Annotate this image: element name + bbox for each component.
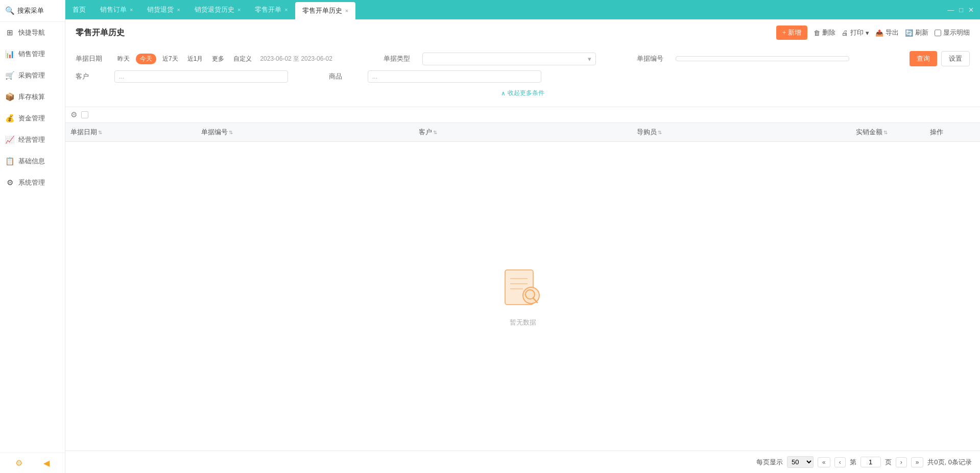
refresh-icon: 🔄 [905, 29, 913, 37]
export-button[interactable]: 📤 导出 [875, 28, 899, 37]
query-button[interactable]: 查询 [910, 51, 937, 66]
tab-retail-open[interactable]: 零售开单× [248, 0, 295, 19]
sidebar-icon-basic: 📋 [5, 157, 14, 166]
goods-dots: ... [372, 73, 377, 80]
date-today[interactable]: 今天 [136, 54, 156, 64]
last-page-btn[interactable]: » [911, 457, 924, 467]
col-header-amount[interactable]: 实销金额⇅ [762, 123, 893, 142]
sidebar-label-system: 系统管理 [18, 178, 45, 187]
order-type-dropdown-icon: ▾ [588, 55, 591, 63]
sort-client-icon: ⇅ [433, 130, 437, 135]
col-header-client[interactable]: 客户⇅ [414, 123, 631, 142]
tab-bar: 首页销售订单×销货退货×销货退货历史×零售开单×零售开单历史× — □ ✕ [65, 0, 980, 19]
print-button[interactable]: 🖨 打印 ▾ [842, 28, 869, 37]
select-all-checkbox[interactable] [81, 111, 88, 118]
tab-label-home: 首页 [73, 5, 86, 14]
collapse-sidebar-icon[interactable]: ◀ [43, 458, 50, 468]
goods-input[interactable]: ... [368, 70, 541, 83]
tab-sales-return[interactable]: 销货退货× [140, 0, 187, 19]
add-button[interactable]: + 新增 [776, 26, 807, 40]
sidebar-label-sales: 销售管理 [18, 49, 45, 59]
sort-guide-icon: ⇅ [658, 130, 662, 135]
date-yesterday[interactable]: 昨天 [114, 54, 133, 64]
sidebar-icon-operations: 📈 [5, 135, 14, 144]
tab-home[interactable]: 首页 [65, 0, 93, 19]
window-controls: — □ ✕ [947, 6, 980, 14]
date-1month[interactable]: 近1月 [184, 54, 206, 64]
filter-row-1: 单据日期 昨天 今天 近7天 近1月 更多 自定义 2023-06-02 至 2… [76, 51, 970, 66]
content-area: 零售开单历史 + 新增 🗑 删除 🖨 打印 ▾ 📤 导出 [65, 19, 980, 473]
window-min-btn[interactable]: — [947, 6, 954, 14]
refresh-button[interactable]: 🔄 刷新 [905, 28, 928, 37]
col-header-action: 操作 [893, 123, 980, 142]
per-page-select[interactable]: 50 10 20 100 [787, 456, 814, 468]
settings-bottom-icon[interactable]: ⚙ [15, 458, 22, 468]
client-filter-label: 客户 [76, 72, 104, 81]
client-input[interactable]: ... [114, 70, 288, 83]
sidebar-icon-inventory: 📦 [5, 92, 14, 102]
sidebar-item-operations[interactable]: 📈经营管理 [0, 129, 65, 151]
tab-close-sales-return[interactable]: × [177, 7, 180, 13]
tab-sales-return-history[interactable]: 销货退货历史× [187, 0, 248, 19]
col-header-date[interactable]: 单据日期⇅ [65, 123, 196, 142]
display-cols-checkbox[interactable] [935, 30, 941, 36]
order-no-label: 单据编号 [637, 54, 665, 63]
pagination: 每页显示 50 10 20 100 « ‹ 第 页 › » 共0页, 0条记录 [65, 451, 980, 473]
prev-page-btn[interactable]: ‹ [834, 457, 846, 467]
main-area: 首页销售订单×销货退货×销货退货历史×零售开单×零售开单历史× — □ ✕ 零售… [65, 0, 980, 473]
sidebar-label-finance: 资金管理 [18, 114, 45, 123]
display-cols-toggle[interactable]: 显示明细 [935, 28, 970, 37]
sidebar-label-inventory: 库存核算 [18, 92, 45, 102]
table-container: ⚙ 单据日期⇅ 单据编号⇅ 客户⇅ [65, 107, 980, 473]
settings-button[interactable]: 设置 [941, 51, 970, 66]
page-header: 零售开单历史 + 新增 🗑 删除 🖨 打印 ▾ 📤 导出 [65, 19, 980, 107]
window-max-btn[interactable]: □ [959, 6, 963, 14]
date-range-display: 2023-06-02 至 2023-06-02 [260, 55, 332, 63]
next-page-btn[interactable]: › [896, 457, 907, 467]
sidebar-item-quick-nav[interactable]: ⊞快捷导航 [0, 22, 65, 43]
first-page-btn[interactable]: « [818, 457, 830, 467]
sidebar-icon-finance: 💰 [5, 114, 14, 123]
tab-close-retail-open[interactable]: × [284, 7, 288, 13]
date-7days[interactable]: 近7天 [159, 54, 181, 64]
tab-sales-order[interactable]: 销售订单× [93, 0, 140, 19]
tab-close-sales-return-history[interactable]: × [237, 7, 241, 13]
sidebar-icon-quick-nav: ⊞ [5, 28, 14, 37]
tab-retail-history[interactable]: 零售开单历史× [295, 2, 355, 19]
empty-text: 暂无数据 [510, 318, 536, 327]
order-type-select[interactable]: ▾ [422, 53, 596, 65]
filter-area: 单据日期 昨天 今天 近7天 近1月 更多 自定义 2023-06-02 至 2… [76, 46, 970, 107]
page-suffix: 页 [885, 458, 892, 467]
col-header-order-no[interactable]: 单据编号⇅ [196, 123, 414, 142]
page-title: 零售开单历史 [76, 28, 125, 38]
search-menu[interactable]: 🔍 搜索采单 [0, 0, 65, 22]
sidebar: 🔍 搜索采单 ⊞快捷导航📊销售管理🛒采购管理📦库存核算💰资金管理📈经营管理📋基础… [0, 0, 65, 473]
window-close-btn[interactable]: ✕ [968, 6, 974, 14]
sidebar-item-purchase[interactable]: 🛒采购管理 [0, 65, 65, 86]
export-icon: 📤 [875, 29, 883, 37]
table-settings-icon[interactable]: ⚙ [70, 110, 77, 119]
collapse-up-icon: ∧ [501, 90, 506, 97]
sidebar-label-purchase: 采购管理 [18, 71, 45, 80]
toolbar: + 新增 🗑 删除 🖨 打印 ▾ 📤 导出 🔄 [776, 26, 970, 40]
sidebar-item-sales[interactable]: 📊销售管理 [0, 43, 65, 65]
order-no-input[interactable] [676, 56, 849, 61]
sidebar-item-system[interactable]: ⚙系统管理 [0, 172, 65, 193]
page-number-input[interactable] [861, 457, 881, 467]
col-header-guide[interactable]: 导购员⇅ [632, 123, 762, 142]
collapse-bar[interactable]: ∧ 收起更多条件 [76, 87, 970, 102]
tab-label-retail-open: 零售开单 [255, 5, 281, 14]
sidebar-item-inventory[interactable]: 📦库存核算 [0, 86, 65, 108]
tab-close-sales-order[interactable]: × [130, 7, 133, 13]
sidebar-icon-purchase: 🛒 [5, 71, 14, 80]
filter-row-2: 客户 ... 商品 ... [76, 70, 970, 83]
date-more[interactable]: 更多 [209, 54, 227, 64]
tab-close-retail-history[interactable]: × [345, 8, 348, 14]
sidebar-item-finance[interactable]: 💰资金管理 [0, 108, 65, 129]
table-toolbar: ⚙ [65, 107, 980, 123]
sidebar-item-basic[interactable]: 📋基础信息 [0, 151, 65, 172]
delete-button[interactable]: 🗑 删除 [814, 28, 835, 37]
delete-icon: 🗑 [814, 29, 820, 37]
date-custom[interactable]: 自定义 [230, 54, 255, 64]
search-icon: 🔍 [5, 6, 14, 15]
